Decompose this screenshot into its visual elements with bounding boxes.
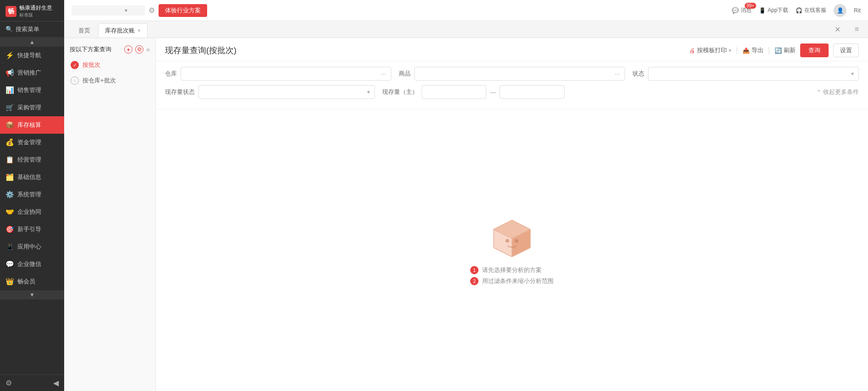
tab-close-icon[interactable]: × xyxy=(137,27,141,34)
sidebar: 畅 畅康通好生意 标准版 🔍 搜索菜单 ▲ ⚡ 快捷导航 📢 营销推广 📊 销售… xyxy=(0,0,64,391)
topbar: ▾ ⚙ 体验行业方案 💬 消息 99+ 📱 App下载 🎧 在线客服 xyxy=(64,0,868,21)
svg-point-3 xyxy=(505,239,509,243)
customer-service-label: 在线客服 xyxy=(804,6,826,14)
sidebar-search[interactable]: 🔍 搜索菜单 xyxy=(0,22,64,38)
sidebar-item-enterprise[interactable]: 🤝 企业协同 xyxy=(0,203,64,221)
sidebar-item-member[interactable]: 👑 畅会员 xyxy=(0,273,64,290)
qty-dash: — xyxy=(490,89,496,96)
sidebar-item-finance[interactable]: 💰 资金管理 xyxy=(0,134,64,151)
export-btn[interactable]: 📤 导出 xyxy=(742,46,764,54)
sidebar-item-quick-nav[interactable]: ⚡ 快捷导航 xyxy=(0,47,64,64)
topbar-search-dropdown-icon[interactable]: ▾ xyxy=(125,7,127,14)
empty-icon xyxy=(489,216,535,257)
inventory-status-dropdown-icon[interactable]: ▾ xyxy=(367,89,370,95)
product-dots[interactable]: ··· xyxy=(615,70,620,77)
nav-label-guide: 新手引导 xyxy=(17,225,41,234)
refresh-btn[interactable]: 🔄 刷新 xyxy=(775,46,796,54)
nav-icon-member: 👑 xyxy=(5,277,14,286)
plan-item-batch[interactable]: ✓ 按批次 xyxy=(64,57,155,73)
nav-icon-marketing: 📢 xyxy=(5,69,14,77)
messages-badge: 99+ xyxy=(745,3,756,9)
user-avatar[interactable]: 👤 xyxy=(834,4,846,17)
main-area: ▾ ⚙ 体验行业方案 💬 消息 99+ 📱 App下载 🎧 在线客服 xyxy=(64,0,868,391)
sidebar-item-inventory[interactable]: 📦 库存核算 xyxy=(0,116,64,134)
user-name[interactable]: Rit xyxy=(854,7,861,14)
filter-inventory-qty: 现存量（主） — xyxy=(382,85,592,99)
product-input[interactable]: ··· xyxy=(414,67,625,81)
sidebar-item-system[interactable]: ⚙️ 系统管理 xyxy=(0,186,64,203)
sidebar-item-operations[interactable]: 📋 经营管理 xyxy=(0,151,64,168)
footer-settings-icon[interactable]: ⚙ xyxy=(5,379,12,387)
empty-step-1: 1 请先选择要分析的方案 xyxy=(470,266,554,274)
nav-icon-system: ⚙️ xyxy=(5,190,14,199)
topbar-right: 💬 消息 99+ 📱 App下载 🎧 在线客服 👤 Rit xyxy=(732,4,861,17)
print-btn[interactable]: 🖨 按模板打印 ▾ xyxy=(689,46,731,54)
sidebar-item-wechat[interactable]: 💬 企业微信 xyxy=(0,255,64,273)
brand-title: 畅康通好生意 xyxy=(19,5,52,12)
nav-icon-base: 🗂️ xyxy=(5,173,14,181)
app-download-btn[interactable]: 📱 App下载 xyxy=(759,6,788,14)
status-dropdown-icon[interactable]: ▾ xyxy=(851,71,854,77)
warehouse-input[interactable]: ··· xyxy=(181,67,391,81)
tabbar: 首页 库存批次账 × ✕ ≡ xyxy=(64,21,868,38)
tabbar-container: 首页 库存批次账 × xyxy=(64,21,868,38)
demo-btn[interactable]: 体验行业方案 xyxy=(159,4,207,17)
sidebar-scroll-up[interactable]: ▲ xyxy=(0,38,64,47)
page-header-actions: 🖨 按模板打印 ▾ | 📤 导出 | 🔄 刷新 xyxy=(689,43,859,57)
left-panel: 按以下方案查询 + ⚙ « ✓ 按批次 ○ 按仓库+批次 xyxy=(64,38,156,391)
inventory-qty-to[interactable] xyxy=(500,85,564,99)
export-label: 导出 xyxy=(752,46,764,54)
topbar-search-input[interactable] xyxy=(76,7,122,14)
divider-2: | xyxy=(768,46,770,54)
topbar-left: ▾ ⚙ 体验行业方案 xyxy=(71,4,726,17)
collapse-filter-btn[interactable]: ⌃ 收起更多条件 xyxy=(816,88,859,96)
nav-icon-guide: 🎯 xyxy=(5,225,14,234)
refresh-icon: 🔄 xyxy=(775,47,782,54)
tab-home[interactable]: 首页 xyxy=(71,23,97,38)
sidebar-item-apps[interactable]: 📱 应用中心 xyxy=(0,238,64,255)
tab-panel-close-icon[interactable]: ✕ xyxy=(835,25,841,34)
plan-settings-icon[interactable]: ⚙ xyxy=(135,45,143,54)
sidebar-search-label: 搜索菜单 xyxy=(16,25,39,33)
query-btn[interactable]: 查询 xyxy=(800,43,829,57)
inventory-status-select[interactable]: ▾ xyxy=(198,85,375,99)
inventory-status-label: 现存量状态 xyxy=(165,88,195,96)
nav-icon-sales: 📊 xyxy=(5,86,14,94)
warehouse-dots[interactable]: ··· xyxy=(381,70,386,77)
nav-label-base: 基础信息 xyxy=(17,173,41,181)
messages-btn[interactable]: 💬 消息 99+ xyxy=(732,6,752,14)
sidebar-item-purchase[interactable]: 🛒 采购管理 xyxy=(0,99,64,116)
page-header: 现存量查询(按批次) 🖨 按模板打印 ▾ | 📤 导出 | xyxy=(156,38,868,61)
print-dropdown-icon[interactable]: ▾ xyxy=(729,48,731,54)
sidebar-item-base[interactable]: 🗂️ 基础信息 xyxy=(0,168,64,186)
empty-svg xyxy=(489,216,535,257)
nav-label-enterprise: 企业协同 xyxy=(17,208,41,216)
tab-inventory-batch[interactable]: 库存批次账 × xyxy=(98,23,148,38)
empty-illustration xyxy=(489,216,535,257)
collapse-left-panel-icon[interactable]: « xyxy=(146,46,150,53)
plan-icon-warehouse-batch: ○ xyxy=(71,76,79,85)
print-icon: 🖨 xyxy=(689,47,695,54)
sidebar-item-guide[interactable]: 🎯 新手引导 xyxy=(0,221,64,238)
settings-btn[interactable]: 设置 xyxy=(833,43,859,57)
sidebar-scroll-down[interactable]: ▼ xyxy=(0,290,64,299)
tab-home-label: 首页 xyxy=(78,27,90,35)
sidebar-item-marketing[interactable]: 📢 营销推广 xyxy=(0,64,64,81)
tab-menu-icon[interactable]: ≡ xyxy=(855,25,859,33)
filter-section: 仓库 ··· 商品 ··· xyxy=(156,61,868,109)
nav-label-member: 畅会员 xyxy=(17,277,35,286)
plan-item-warehouse-batch[interactable]: ○ 按仓库+批次 xyxy=(64,73,155,88)
topbar-gear-icon[interactable]: ⚙ xyxy=(148,6,155,15)
status-select[interactable]: ▾ xyxy=(648,67,859,81)
nav-label-quick-nav: 快捷导航 xyxy=(17,51,41,60)
tab-inventory-batch-label: 库存批次账 xyxy=(105,27,135,35)
footer-collapse-icon[interactable]: ◀ xyxy=(53,379,59,387)
add-plan-icon[interactable]: + xyxy=(124,45,132,54)
sidebar-item-sales[interactable]: 📊 销售管理 xyxy=(0,81,64,99)
customer-service-btn[interactable]: 🎧 在线客服 xyxy=(796,6,826,14)
nav-icon-purchase: 🛒 xyxy=(5,103,14,112)
avatar-icon: 👤 xyxy=(837,7,844,14)
topbar-search-box[interactable]: ▾ xyxy=(71,5,145,16)
inventory-qty-from[interactable] xyxy=(422,85,486,99)
page-title: 现存量查询(按批次) xyxy=(165,45,236,56)
